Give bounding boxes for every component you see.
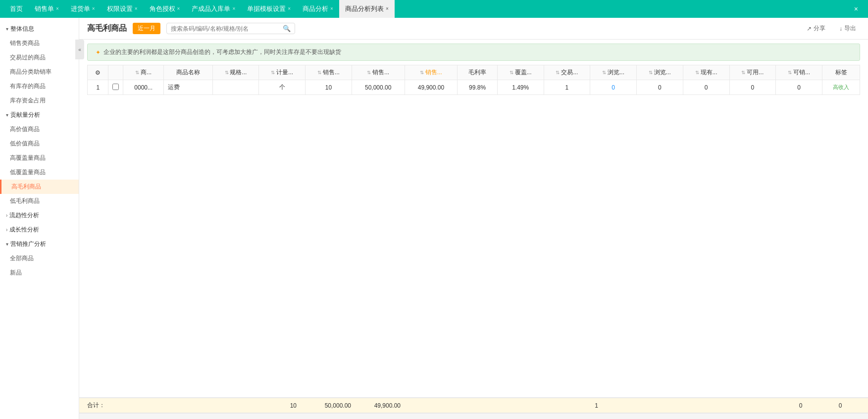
nav-purchase-close[interactable]: × — [92, 0, 95, 18]
row-tag: 高收入 — [822, 80, 860, 95]
row-num: 1 — [88, 80, 108, 95]
footer-label: 合计： — [87, 401, 105, 410]
sidebar-item-low-margin[interactable]: 低毛利商品 — [0, 194, 79, 208]
sidebar-group-marketing[interactable]: ▾ 营销推广分析 — [0, 237, 79, 251]
sidebar-item-low-value[interactable]: 低价值商品 — [0, 137, 79, 151]
nav-purchase[interactable]: 进货单 × — [65, 0, 101, 18]
col-saleable[interactable]: 可销... — [776, 65, 822, 80]
search-box: 🔍 — [166, 23, 295, 34]
data-table: ⚙ 商... 商品名称 规格... 计量... 销售... 销售... 销售..… — [87, 65, 860, 95]
row-checkbox[interactable] — [108, 80, 123, 95]
row-browse2: 0 — [637, 80, 683, 95]
table-footer: 合计： 10 50,000.00 49,900.00 1 0 0 — [79, 397, 868, 413]
nav-product-analysis-list[interactable]: 商品分析列表 × — [339, 0, 395, 18]
col-checkbox — [108, 65, 123, 80]
footer-available: 0 — [820, 402, 860, 409]
nav-template-settings[interactable]: 单据模板设置 × — [241, 0, 297, 18]
page-title: 高毛利商品 — [87, 23, 127, 34]
col-code[interactable]: 商... — [123, 65, 163, 80]
search-icon[interactable]: 🔍 — [283, 25, 291, 32]
sidebar-item-stock-funds[interactable]: 库存资金占用 — [0, 93, 79, 108]
row-coverage: 1.49% — [497, 80, 544, 95]
col-browse1[interactable]: 浏览... — [590, 65, 637, 80]
bottom-scrollbar[interactable] — [79, 413, 868, 419]
row-gross-rate: 99.8% — [458, 80, 497, 95]
col-settings[interactable]: ⚙ — [88, 65, 108, 80]
row-sales-profit: 49,900.00 — [405, 80, 458, 95]
footer-sales-profit: 49,900.00 — [362, 402, 412, 409]
sidebar-item-new-products[interactable]: 新品 — [0, 266, 79, 280]
nav-product-inbound-close[interactable]: × — [232, 0, 235, 18]
notice-text: 企业的主要的利润都是这部分商品创造的，可考虑加大推广，同时关注库存是不要出现缺货 — [103, 48, 341, 56]
col-sales-qty[interactable]: 销售... — [306, 65, 352, 80]
sidebar-item-category-rate[interactable]: 商品分类助销率 — [0, 65, 79, 79]
sidebar-group-contribution[interactable]: ▾ 贡献量分析 — [0, 108, 79, 122]
col-browse2[interactable]: 浏览... — [637, 65, 683, 80]
table-row[interactable]: 1 0000... 运费 个 10 50,000.00 49,900.00 99… — [88, 80, 860, 95]
row-transactions: 1 — [544, 80, 590, 95]
content-header: 高毛利商品 近一月 🔍 ↗ 分享 ↓ 导出 — [79, 18, 868, 40]
nav-home[interactable]: 首页 — [4, 0, 29, 18]
footer-current-stock: 0 — [781, 402, 820, 409]
sidebar: ▾ 整体信息 销售类商品 交易过的商品 商品分类助销率 有库存的商品 库存资金占… — [0, 18, 79, 419]
row-current-stock: 0 — [683, 80, 729, 95]
col-transactions[interactable]: 交易... — [544, 65, 590, 80]
row-browse1[interactable]: 0 — [590, 80, 637, 95]
footer-sales-qty: 10 — [273, 402, 313, 409]
sidebar-item-low-coverage[interactable]: 低覆盖量商品 — [0, 165, 79, 180]
nav-product-analysis-close[interactable]: × — [330, 0, 333, 18]
sidebar-item-traded-products[interactable]: 交易过的商品 — [0, 50, 79, 65]
sidebar-group-overall[interactable]: ▾ 整体信息 — [0, 22, 79, 36]
window-close-btn[interactable]: × — [848, 5, 864, 13]
top-nav: 首页 销售单 × 进货单 × 权限设置 × 角色授权 × 产成品入库单 × 单据… — [0, 0, 868, 18]
nav-sales-close[interactable]: × — [56, 0, 59, 18]
export-btn[interactable]: ↓ 导出 — [835, 23, 860, 34]
main-layout: ▾ 整体信息 销售类商品 交易过的商品 商品分类助销率 有库存的商品 库存资金占… — [0, 18, 868, 419]
row-spec — [212, 80, 259, 95]
table-container: ⚙ 商... 商品名称 规格... 计量... 销售... 销售... 销售..… — [79, 65, 868, 397]
sidebar-item-high-coverage[interactable]: 高覆盖量商品 — [0, 151, 79, 165]
nav-sales[interactable]: 销售单 × — [29, 0, 65, 18]
row-available: 0 — [729, 80, 776, 95]
search-input[interactable] — [171, 25, 283, 32]
col-tag: 标签 — [822, 65, 860, 80]
col-sales-profit[interactable]: 销售... — [405, 65, 458, 80]
col-current-stock[interactable]: 现有... — [683, 65, 729, 80]
sidebar-item-high-value[interactable]: 高价值商品 — [0, 122, 79, 137]
row-name: 运费 — [163, 80, 212, 95]
footer-transactions: 1 — [577, 402, 616, 409]
nav-permissions-close[interactable]: × — [135, 0, 138, 18]
notice-bar: ✦ 企业的主要的利润都是这部分商品创造的，可考虑加大推广，同时关注库存是不要出现… — [87, 44, 860, 61]
col-name: 商品名称 — [163, 65, 212, 80]
nav-template-close[interactable]: × — [288, 0, 291, 18]
arrow-growth: › — [6, 227, 7, 233]
nav-product-inbound[interactable]: 产成品入库单 × — [186, 0, 241, 18]
arrow-overall: ▾ — [6, 26, 8, 32]
nav-product-analysis-list-close[interactable]: × — [386, 0, 389, 18]
share-icon: ↗ — [807, 25, 812, 32]
filter-recent-month-btn[interactable]: 近一月 — [133, 23, 160, 34]
arrow-marketing: ▾ — [6, 241, 8, 247]
sidebar-item-high-margin[interactable]: 高毛利商品 — [0, 180, 79, 194]
sidebar-item-all-products[interactable]: 全部商品 — [0, 251, 79, 266]
nav-role-auth[interactable]: 角色授权 × — [144, 0, 186, 18]
sidebar-group-growth[interactable]: › 成长性分析 — [0, 223, 79, 237]
col-sales-amt[interactable]: 销售... — [352, 65, 405, 80]
nav-permissions[interactable]: 权限设置 × — [101, 0, 144, 18]
sidebar-group-trend[interactable]: › 流趋性分析 — [0, 208, 79, 223]
col-unit[interactable]: 计量... — [259, 65, 306, 80]
col-spec[interactable]: 规格... — [212, 65, 259, 80]
col-available[interactable]: 可用... — [729, 65, 776, 80]
col-coverage[interactable]: 覆盖... — [497, 65, 544, 80]
nav-product-analysis[interactable]: 商品分析 × — [297, 0, 339, 18]
share-btn[interactable]: ↗ 分享 — [803, 23, 829, 34]
sidebar-item-sales-products[interactable]: 销售类商品 — [0, 36, 79, 50]
row-sales-amt: 50,000.00 — [352, 80, 405, 95]
content-area: 高毛利商品 近一月 🔍 ↗ 分享 ↓ 导出 ✦ 企业的主要的利润都是这部分商品创… — [79, 18, 868, 419]
row-sales-qty: 10 — [306, 80, 352, 95]
sidebar-item-stocked-products[interactable]: 有库存的商品 — [0, 79, 79, 93]
footer-sales-amt: 50,000.00 — [313, 402, 362, 409]
arrow-trend: › — [6, 213, 7, 218]
sidebar-collapse-btn[interactable]: « — [75, 40, 84, 59]
nav-role-auth-close[interactable]: × — [177, 0, 180, 18]
